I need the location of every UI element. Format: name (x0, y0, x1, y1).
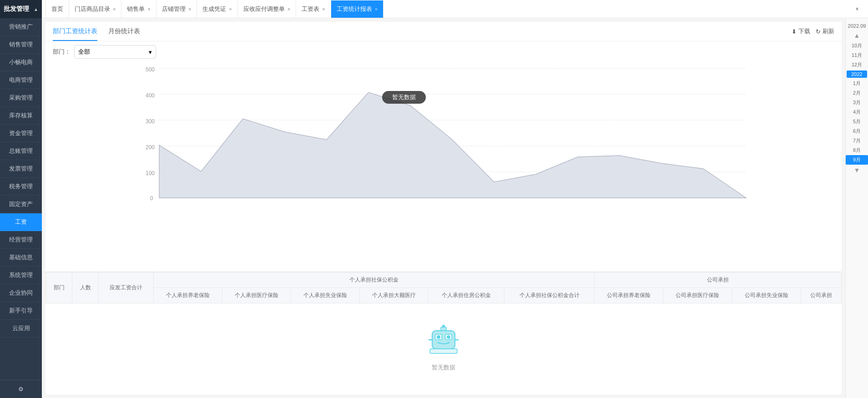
timeline-month-11[interactable]: 11月 (846, 50, 868, 60)
tab-home[interactable]: 首页 (45, 0, 69, 18)
refresh-icon: ↻ (816, 28, 821, 35)
tab-generate-voucher[interactable]: 生成凭证 × (197, 0, 237, 18)
sidebar-item-zongzhang[interactable]: 总账管理 (0, 142, 42, 160)
sidebar-item-label: 销售管理 (9, 41, 33, 48)
timeline-month-2[interactable]: 2月 (846, 88, 868, 98)
tab-sales[interactable]: 销售单 × (121, 0, 156, 18)
sidebar-item-label: 新手引导 (9, 307, 33, 314)
sidebar-item-qiye[interactable]: 企业协同 (0, 284, 42, 302)
svg-rect-24 (430, 349, 457, 353)
timeline-month-7[interactable]: 7月 (846, 136, 868, 146)
sidebar-item-jingying[interactable]: 经营管理 (0, 231, 42, 249)
sidebar-item-gudingzichan[interactable]: 固定资产 (0, 196, 42, 213)
sidebar-item-shuiwu[interactable]: 税务管理 (0, 178, 42, 196)
sidebar-item-dianshangguan[interactable]: 电商管理 (0, 71, 42, 89)
timeline-up-arrow[interactable]: ▲ (854, 30, 860, 41)
timeline-month-12[interactable]: 12月 (846, 60, 868, 70)
sidebar-item-fapiao[interactable]: 发票管理 (0, 160, 42, 178)
tab-payroll[interactable]: 工资表 × (296, 0, 331, 18)
tab-store-manage[interactable]: 店铺管理 × (156, 0, 197, 18)
sidebar-item-xiaochang[interactable]: 小畅电商 (0, 54, 42, 71)
th-c-unemploy: 公司承担失业保险 (732, 288, 801, 303)
sidebar-item-xitong[interactable]: 系统管理 (0, 267, 42, 284)
tab-label: 店铺管理 (162, 5, 186, 13)
timeline-down-arrow[interactable]: ▼ (854, 165, 860, 176)
empty-text: 暂无数据 (432, 363, 455, 372)
tab-home-label: 首页 (51, 5, 63, 13)
sidebar-item-caigou[interactable]: 采购管理 (0, 89, 42, 107)
sidebar-item-yingxiao[interactable]: 营销推广 (0, 18, 42, 36)
sidebar-item-xiaoshou[interactable]: 销售管理 (0, 36, 42, 54)
svg-text:500: 500 (146, 66, 155, 73)
th-dept: 部门 (46, 272, 72, 303)
th-p-pension: 个人承担养老保险 (153, 288, 222, 303)
th-p-total: 个人承担社保公积金合计 (505, 288, 595, 303)
timeline-month-6[interactable]: 6月 (846, 126, 868, 136)
svg-text:100: 100 (146, 170, 155, 176)
tab-close-icon[interactable]: × (288, 6, 290, 12)
filter-row: 部门： 全部 ▾ (45, 41, 842, 62)
sidebar-header[interactable]: 批发管理 ▲ (0, 0, 42, 18)
th-personal-social: 个人承担社保公积金 (153, 272, 594, 288)
timeline-month-3[interactable]: 3月 (846, 98, 868, 107)
tab-close-icon[interactable]: × (147, 6, 150, 12)
sidebar-title: 批发管理 (4, 5, 29, 13)
sidebar-item-zijin[interactable]: 资金管理 (0, 125, 42, 142)
sidebar-collapse-icon[interactable]: ▲ (34, 7, 38, 12)
tab-close-icon[interactable]: × (229, 6, 232, 12)
tab-label: 应收应付调整单 (243, 5, 285, 13)
sidebar-item-xinshou[interactable]: 新手引导 (0, 302, 42, 320)
sidebar-item-gongzi[interactable]: 工资 (0, 213, 42, 231)
sidebar-item-label: 税务管理 (9, 183, 33, 190)
svg-marker-12 (159, 92, 746, 198)
tab-close-icon[interactable]: × (113, 6, 116, 12)
svg-text:暂无数据: 暂无数据 (392, 94, 416, 101)
timeline-month-10[interactable]: 10月 (846, 41, 868, 50)
tab-bar: 首页 门店商品目录 × 销售单 × 店铺管理 × 生成凭证 × 应收应付调整单 … (42, 0, 868, 18)
tab-payroll-report[interactable]: 工资统计报表 × (331, 0, 384, 18)
stats-table: 部门 人数 应发工资合计 个人承担社保公积金 公司承担 个人承担养老保险 个人承… (45, 272, 842, 303)
refresh-btn[interactable]: ↻ 刷新 (816, 27, 834, 35)
svg-text:0: 0 (150, 195, 153, 202)
timeline-month-4[interactable]: 4月 (846, 107, 868, 117)
timeline-sidebar: 2022.09 ▲ 10月 11月 12月 2022 1月 2月 3月 4月 5… (845, 18, 868, 398)
tab-close-icon[interactable]: × (188, 6, 191, 12)
sidebar-item-label: 基础信息 (9, 254, 33, 261)
tab-store-catalog[interactable]: 门店商品目录 × (69, 0, 121, 18)
tab-ar-ap[interactable]: 应收应付调整单 × (238, 0, 296, 18)
timeline-month-8[interactable]: 8月 (846, 146, 868, 155)
window-close-btn[interactable]: × (853, 5, 861, 13)
svg-point-21 (442, 325, 445, 327)
sidebar-item-label: 资金管理 (9, 130, 33, 136)
sidebar-item-yunyingyong[interactable]: 云应用 (0, 320, 42, 338)
sidebar-item-jichu[interactable]: 基础信息 (0, 249, 42, 267)
sidebar: 批发管理 ▲ 营销推广 销售管理 小畅电商 电商管理 采购管理 库存核算 资金管… (0, 0, 42, 398)
sub-tab-dept[interactable]: 部门工资统计表 (53, 27, 97, 41)
tab-label: 生成凭证 (202, 5, 226, 13)
sidebar-settings[interactable]: ⚙ (0, 380, 42, 398)
tab-close-icon[interactable]: × (322, 6, 325, 12)
timeline-month-9[interactable]: 9月 (846, 155, 868, 165)
page-content: 部门工资统计表 月份统计表 ⬇ 下载 ↻ 刷新 (42, 18, 868, 398)
sidebar-item-label: 库存核算 (9, 112, 33, 119)
sub-tab-month[interactable]: 月份统计表 (108, 27, 140, 41)
th-c-more: 公司承担 (801, 288, 841, 303)
tab-close-icon[interactable]: × (375, 6, 378, 12)
download-btn[interactable]: ⬇ 下载 (792, 27, 810, 35)
th-p-unemploy: 个人承担失业保险 (291, 288, 360, 303)
tab-label: 销售单 (127, 5, 145, 13)
toolbar: ⬇ 下载 ↻ 刷新 (784, 22, 842, 41)
sidebar-item-label: 采购管理 (9, 94, 33, 101)
tab-label: 门店商品目录 (75, 5, 110, 13)
timeline-month-5[interactable]: 5月 (846, 117, 868, 126)
timeline-month-1[interactable]: 1月 (846, 79, 868, 88)
dept-filter-select[interactable]: 全部 ▾ (74, 45, 156, 59)
th-company-social: 公司承担 (594, 272, 841, 288)
timeline-current-date: 2022.09 (846, 22, 868, 30)
sidebar-item-label: 发票管理 (9, 165, 33, 172)
empty-illustration (425, 322, 462, 358)
svg-text:300: 300 (146, 118, 155, 125)
svg-point-19 (447, 335, 450, 339)
chevron-down-icon: ▾ (149, 49, 152, 55)
sidebar-item-kucun[interactable]: 库存核算 (0, 107, 42, 125)
